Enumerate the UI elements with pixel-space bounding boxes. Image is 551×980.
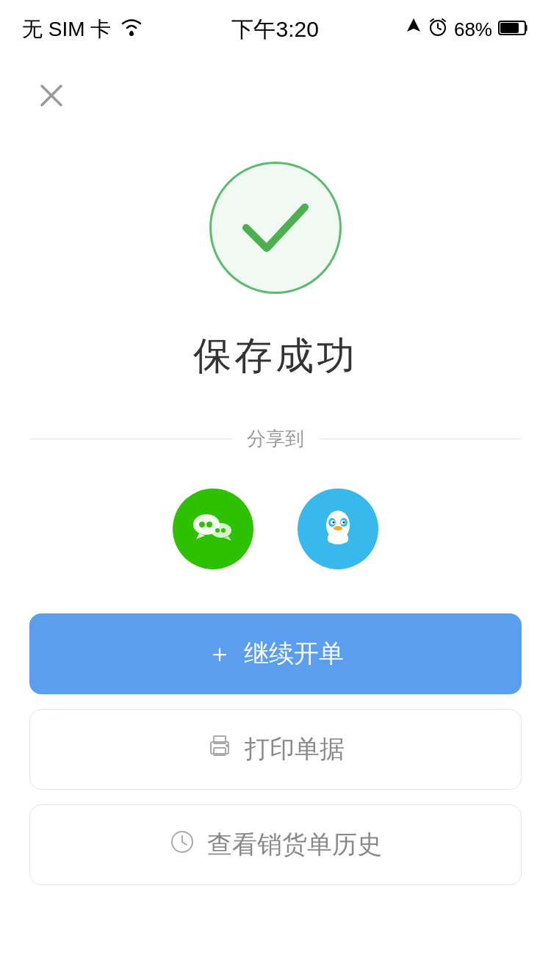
svg-point-0 <box>129 32 134 36</box>
continue-icon: ＋ <box>207 637 232 671</box>
svg-point-24 <box>226 744 228 747</box>
svg-rect-20 <box>341 534 348 543</box>
status-left: 无 SIM 卡 <box>22 15 145 43</box>
share-label: 分享到 <box>247 426 304 452</box>
history-icon <box>169 829 195 861</box>
status-bar: 无 SIM 卡 下午3:20 68% <box>0 0 551 59</box>
print-icon <box>206 733 233 765</box>
battery-text: 68% <box>454 18 492 41</box>
battery-icon <box>498 18 529 41</box>
divider-right <box>319 439 522 439</box>
status-right: 68% <box>406 17 529 43</box>
svg-point-8 <box>215 528 220 533</box>
wifi-icon <box>118 18 145 42</box>
print-button[interactable]: 打印单据 <box>29 709 522 790</box>
continue-button[interactable]: ＋ 继续开单 <box>29 613 522 694</box>
print-label: 打印单据 <box>245 732 345 766</box>
location-icon <box>406 17 422 43</box>
continue-label: 继续开单 <box>244 637 344 671</box>
carrier-text: 无 SIM 卡 <box>22 15 111 43</box>
success-icon-circle <box>209 162 342 294</box>
close-button[interactable] <box>29 73 73 118</box>
success-title: 保存成功 <box>193 331 358 382</box>
close-button-container <box>29 73 522 118</box>
action-buttons: ＋ 继续开单 打印单据 查看销货单历史 <box>29 613 522 885</box>
svg-point-5 <box>199 522 205 527</box>
svg-point-16 <box>343 522 345 524</box>
divider-left <box>29 439 232 439</box>
share-qq-button[interactable] <box>298 489 378 569</box>
svg-point-9 <box>221 528 226 533</box>
share-divider: 分享到 <box>29 426 522 452</box>
history-label: 查看销货单历史 <box>207 828 382 862</box>
history-button[interactable]: 查看销货单历史 <box>29 804 522 885</box>
main-content: 保存成功 分享到 <box>0 59 551 900</box>
svg-point-6 <box>206 522 212 527</box>
share-wechat-button[interactable] <box>173 489 253 569</box>
svg-point-15 <box>333 522 335 524</box>
share-icons <box>173 489 378 569</box>
status-time: 下午3:20 <box>231 15 318 45</box>
svg-point-17 <box>334 526 342 530</box>
svg-rect-19 <box>328 534 335 543</box>
share-section: 分享到 <box>29 426 522 569</box>
svg-rect-3 <box>500 23 519 33</box>
alarm-icon <box>428 17 448 43</box>
